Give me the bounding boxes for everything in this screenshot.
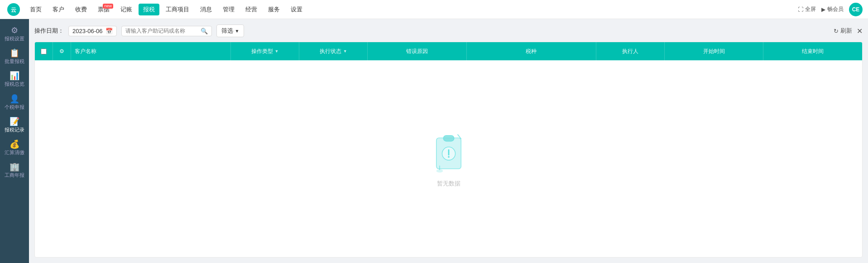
sidebar-icon-0: ⚙ xyxy=(11,26,18,34)
th-op-type: 操作类型 ▼ xyxy=(231,42,299,60)
main-layout: ⚙报税设置📋批量报税📊报税总览👤个税申报📝报税记录💰汇算清缴🏢工商年报 操作日期… xyxy=(0,19,868,263)
table-container: ⚙ 客户名称 操作类型 ▼ 执行状态 ▼ 错误原因 税种 xyxy=(34,42,863,258)
date-value: 2023-06-06 xyxy=(72,28,103,34)
close-button[interactable]: ✕ xyxy=(857,27,863,35)
member-button[interactable]: ▶ 畅会员 xyxy=(821,5,844,13)
nav-item-2[interactable]: 收费 xyxy=(71,4,91,15)
select-all-checkbox[interactable] xyxy=(41,49,47,54)
nav-badge-3: new xyxy=(103,4,113,9)
filter-button[interactable]: 筛选 ▼ xyxy=(216,24,245,37)
sidebar-icon-3: 👤 xyxy=(10,95,19,103)
sidebar-item-1[interactable]: 📋批量报税 xyxy=(0,45,29,68)
sidebar-item-0[interactable]: ⚙报税设置 xyxy=(0,23,29,45)
th-client-name: 客户名称 xyxy=(71,42,231,60)
sort-icon-op-type: ▼ xyxy=(275,49,279,54)
member-icon: ▶ xyxy=(821,6,825,13)
empty-illustration xyxy=(426,130,471,175)
refresh-icon: ↻ xyxy=(834,28,839,34)
sidebar-item-4[interactable]: 📝报税记录 xyxy=(0,114,29,136)
filter-label: 筛选 xyxy=(221,27,233,35)
member-label: 畅会员 xyxy=(827,5,844,13)
search-wrap: 🔍 xyxy=(121,26,212,36)
svg-text:云: 云 xyxy=(11,7,16,13)
sidebar-icon-2: 📊 xyxy=(10,72,19,80)
th-executor-label: 执行人 xyxy=(622,48,638,55)
th-end-time: 结束时间 xyxy=(763,42,862,60)
sidebar-label-5: 汇算清缴 xyxy=(5,150,24,156)
toolbar: 操作日期： 2023-06-06 📅 🔍 筛选 ▼ ↻ 刷新 ✕ xyxy=(34,24,863,37)
toolbar-right: ↻ 刷新 ✕ xyxy=(834,27,863,35)
avatar-text: CE xyxy=(852,6,860,13)
sort-icon-status: ▼ xyxy=(343,49,347,54)
sidebar-label-2: 报税总览 xyxy=(5,81,24,87)
date-picker[interactable]: 2023-06-06 📅 xyxy=(68,26,117,36)
content-area: 操作日期： 2023-06-06 📅 🔍 筛选 ▼ ↻ 刷新 ✕ xyxy=(29,19,868,263)
empty-text: 暂无数据 xyxy=(437,180,460,188)
nav-item-9[interactable]: 经营 xyxy=(241,4,262,15)
nav-item-3[interactable]: 票据new xyxy=(93,4,114,15)
th-settings[interactable]: ⚙ xyxy=(53,42,71,60)
th-error-label: 错误原因 xyxy=(406,48,428,55)
th-error-reason: 错误原因 xyxy=(368,42,467,60)
sidebar-item-3[interactable]: 👤个税申报 xyxy=(0,91,29,114)
refresh-label: 刷新 xyxy=(840,27,852,35)
sidebar-label-4: 报税记录 xyxy=(5,127,24,133)
svg-point-9 xyxy=(448,156,450,158)
th-status: 执行状态 ▼ xyxy=(299,42,368,60)
th-checkbox[interactable] xyxy=(35,42,53,60)
sidebar-icon-5: 💰 xyxy=(10,140,19,148)
refresh-button[interactable]: ↻ 刷新 xyxy=(834,27,852,35)
sidebar: ⚙报税设置📋批量报税📊报税总览👤个税申报📝报税记录💰汇算清缴🏢工商年报 xyxy=(0,19,29,263)
sidebar-icon-1: 📋 xyxy=(10,49,19,57)
sidebar-label-6: 工商年报 xyxy=(5,172,24,178)
th-client-label: 客户名称 xyxy=(75,48,96,55)
th-tax-type: 税种 xyxy=(467,42,596,60)
fullscreen-icon: ⛶ xyxy=(798,6,803,13)
nav-item-8[interactable]: 管理 xyxy=(218,4,239,15)
sidebar-icon-4: 📝 xyxy=(10,117,19,126)
table-body: 暂无数据 xyxy=(35,60,862,257)
sidebar-item-6[interactable]: 🏢工商年报 xyxy=(0,159,29,182)
nav-item-6[interactable]: 工商项目 xyxy=(161,4,194,15)
settings-icon: ⚙ xyxy=(59,48,64,54)
fullscreen-button[interactable]: ⛶ 全屏 xyxy=(798,5,816,13)
th-end-label: 结束时间 xyxy=(802,48,824,55)
svg-rect-4 xyxy=(443,136,454,141)
sidebar-label-3: 个税申报 xyxy=(5,104,24,110)
nav-item-1[interactable]: 客户 xyxy=(48,4,69,15)
sidebar-item-5[interactable]: 💰汇算清缴 xyxy=(0,136,29,159)
nav-item-7[interactable]: 消息 xyxy=(196,4,216,15)
nav-item-10[interactable]: 服务 xyxy=(264,4,284,15)
avatar[interactable]: CE xyxy=(849,3,863,16)
th-start-time: 开始时间 xyxy=(665,42,764,60)
empty-state: 暂无数据 xyxy=(426,130,471,188)
nav-item-5[interactable]: 报税 xyxy=(139,4,159,15)
sidebar-label-1: 批量报税 xyxy=(5,58,24,64)
chevron-down-icon: ▼ xyxy=(235,29,240,34)
top-navigation: 云 首页客户收费票据new记账报税工商项目消息管理经营服务设置 ⛶ 全屏 ▶ 畅… xyxy=(0,0,868,19)
calendar-icon: 📅 xyxy=(106,28,113,34)
search-input[interactable] xyxy=(125,28,198,34)
date-label: 操作日期： xyxy=(34,27,64,35)
sidebar-label-0: 报税设置 xyxy=(5,36,24,42)
search-icon: 🔍 xyxy=(201,28,208,34)
nav-item-0[interactable]: 首页 xyxy=(25,4,46,15)
th-status-label: 执行状态 xyxy=(320,48,341,55)
fullscreen-label: 全屏 xyxy=(805,5,816,13)
th-op-type-label: 操作类型 xyxy=(251,48,273,55)
top-nav-right: ⛶ 全屏 ▶ 畅会员 CE xyxy=(798,3,863,16)
app-logo[interactable]: 云 xyxy=(5,1,22,18)
sidebar-icon-6: 🏢 xyxy=(10,163,19,171)
th-start-label: 开始时间 xyxy=(703,48,725,55)
th-executor: 执行人 xyxy=(596,42,665,60)
table-header: ⚙ 客户名称 操作类型 ▼ 执行状态 ▼ 错误原因 税种 xyxy=(35,42,862,60)
th-tax-label: 税种 xyxy=(526,48,537,55)
nav-item-11[interactable]: 设置 xyxy=(286,4,307,15)
nav-item-4[interactable]: 记账 xyxy=(116,4,137,15)
close-icon: ✕ xyxy=(857,27,863,35)
sidebar-item-2[interactable]: 📊报税总览 xyxy=(0,68,29,91)
nav-items: 首页客户收费票据new记账报税工商项目消息管理经营服务设置 xyxy=(25,4,798,15)
